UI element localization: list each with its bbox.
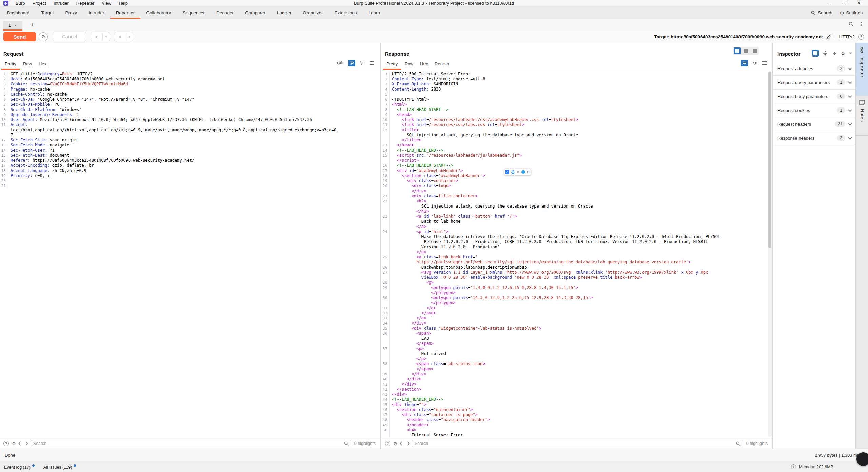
close-button[interactable]: ×	[857, 0, 861, 7]
request-tab-pretty[interactable]: Pretty	[1, 59, 20, 70]
main-tab-dashboard[interactable]: Dashboard	[1, 7, 35, 19]
request-tab-hex[interactable]: Hex	[35, 59, 50, 70]
layout-rows-icon[interactable]	[743, 47, 749, 54]
back-button[interactable]: < ▾	[91, 32, 110, 41]
repeater-status-row: Done 2,957 bytes | 1,303 millis	[0, 449, 868, 461]
response-tab-hex[interactable]: Hex	[417, 59, 431, 70]
gear-icon[interactable]: ⚙	[527, 170, 530, 174]
floating-overlay-button[interactable]	[856, 452, 868, 466]
translate-icon[interactable]: 英	[511, 169, 515, 175]
show-newlines-icon[interactable]: \n	[360, 61, 365, 65]
search-help-icon[interactable]: ?	[3, 441, 9, 446]
next-match-icon[interactable]	[25, 442, 27, 445]
repeater-tab-1[interactable]: 1 ×	[3, 21, 22, 31]
inspector-section-request-query-parameters[interactable]: Request query parameters1	[773, 76, 855, 90]
forward-dropdown-icon[interactable]: ▾	[126, 35, 133, 39]
main-tab-collaborator[interactable]: Collaborator	[140, 7, 177, 19]
main-tab-organizer[interactable]: Organizer	[297, 7, 329, 19]
main-tab-logger[interactable]: Logger	[271, 7, 297, 19]
main-tab-repeater[interactable]: Repeater	[110, 7, 141, 19]
code-line: Back to lab home	[390, 219, 460, 224]
scrollbar-thumb[interactable]	[768, 72, 771, 248]
previous-match-icon[interactable]	[400, 442, 403, 445]
word-wrap-icon[interactable]	[741, 60, 748, 66]
collapse-all-icon[interactable]	[832, 51, 837, 56]
inspector-section-request-attributes[interactable]: Request attributes2	[773, 62, 855, 76]
event-log-button[interactable]: Event log (17)	[4, 464, 35, 470]
word-wrap-icon[interactable]	[348, 60, 355, 66]
search-help-icon[interactable]: ?	[385, 441, 390, 446]
main-tab-proxy[interactable]: Proxy	[60, 7, 83, 19]
close-tab-icon[interactable]: ×	[14, 23, 16, 27]
side-tab-notes[interactable]: Notes	[856, 96, 868, 136]
assistant-icon[interactable]	[521, 170, 525, 174]
expand-all-icon[interactable]	[823, 51, 828, 56]
response-tab-render[interactable]: Render	[431, 59, 453, 70]
layout-columns-icon[interactable]	[734, 47, 741, 54]
cancel-button[interactable]: Cancel	[53, 32, 86, 41]
restore-button[interactable]	[843, 2, 846, 5]
main-tab-comparer[interactable]: Comparer	[239, 7, 271, 19]
menu-intruder[interactable]: Intruder	[50, 0, 73, 7]
main-tab-decoder[interactable]: Decoder	[211, 7, 239, 19]
response-editor[interactable]: 1HTTP/2 500 Internal Server Error2Conten…	[381, 71, 768, 438]
settings-button[interactable]: ⚙ Settings	[840, 10, 863, 16]
main-tab-target[interactable]: Target	[35, 7, 60, 19]
inspector-section-request-body-parameters[interactable]: Request body parameters0	[773, 90, 855, 103]
code-line: </head>	[390, 143, 414, 148]
global-search-button[interactable]: Search	[811, 10, 832, 15]
check-icon[interactable]: ✓	[505, 170, 509, 174]
response-scrollbar[interactable]	[768, 71, 772, 437]
inspector-layout-icon[interactable]	[812, 50, 819, 57]
eye-hidden-icon[interactable]	[336, 60, 343, 66]
main-tab-bar-tools: Search ⚙ Settings	[811, 7, 868, 19]
inspector-section-response-headers[interactable]: Response headers3	[773, 131, 855, 145]
layout-single-icon[interactable]	[751, 47, 758, 54]
response-tab-raw[interactable]: Raw	[401, 59, 417, 70]
request-title: Request	[3, 51, 23, 57]
search-settings-icon[interactable]: ⚙	[393, 441, 397, 446]
bottom-status-bar: Event log (17) All issues (119) i Memory…	[0, 461, 868, 472]
pen-icon[interactable]: ✒	[516, 170, 519, 174]
main-tab-intruder[interactable]: Intruder	[83, 7, 110, 19]
close-icon[interactable]: ×	[849, 50, 852, 56]
gear-icon[interactable]: ⚙	[841, 51, 845, 56]
show-newlines-icon[interactable]: \n	[753, 61, 757, 65]
send-settings-button[interactable]: ⚙	[39, 32, 48, 41]
send-button[interactable]: Send	[3, 32, 36, 41]
back-dropdown-icon[interactable]: ▾	[103, 35, 110, 39]
search-icon[interactable]	[849, 22, 854, 27]
response-tab-pretty[interactable]: Pretty	[383, 59, 401, 70]
add-tab-button[interactable]: +	[28, 22, 37, 29]
inspector-section-request-cookies[interactable]: Request cookies1	[773, 103, 855, 117]
request-editor[interactable]: 1GET /filter?category=Pets' HTTP/22Host:…	[0, 71, 380, 438]
menu-help[interactable]: Help	[115, 0, 132, 7]
main-tab-learn[interactable]: Learn	[362, 7, 386, 19]
line-number: 49	[381, 422, 390, 428]
menu-repeater[interactable]: Repeater	[73, 0, 98, 7]
menu-burp[interactable]: Burp	[12, 0, 28, 7]
minimize-button[interactable]: –	[828, 0, 831, 7]
editor-menu-icon[interactable]	[762, 63, 767, 63]
kebab-menu-icon[interactable]: ⋮	[859, 21, 864, 27]
menu-project[interactable]: Project	[28, 0, 50, 7]
request-search-input[interactable]	[33, 441, 344, 446]
response-search-input[interactable]	[415, 441, 736, 446]
help-icon[interactable]: ?	[858, 34, 864, 40]
search-settings-icon[interactable]: ⚙	[12, 441, 16, 446]
next-match-icon[interactable]	[406, 442, 409, 445]
main-tab-extensions[interactable]: Extensions	[329, 7, 362, 19]
request-tab-raw[interactable]: Raw	[20, 59, 35, 70]
protocol-label[interactable]: HTTP/2	[839, 34, 855, 39]
menu-view[interactable]: View	[98, 0, 115, 7]
line-number: 12	[0, 138, 8, 143]
all-issues-button[interactable]: All issues (119)	[43, 464, 76, 470]
code-line: <!--LAB_HEADER_START-->	[390, 163, 453, 168]
previous-match-icon[interactable]	[19, 442, 22, 445]
pencil-icon[interactable]	[826, 34, 832, 40]
forward-button[interactable]: > ▾	[114, 32, 133, 41]
side-tab-inspector[interactable]: Inspector	[856, 43, 868, 96]
inspector-section-request-headers[interactable]: Request headers21	[773, 117, 855, 131]
main-tab-sequencer[interactable]: Sequencer	[177, 7, 211, 19]
editor-menu-icon[interactable]	[370, 63, 374, 63]
